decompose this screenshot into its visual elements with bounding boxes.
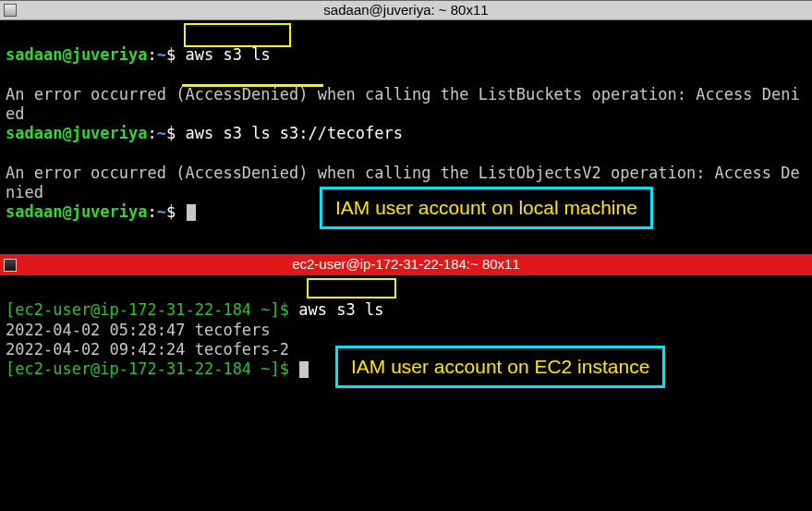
window-icon [4,259,17,272]
top-error-2: An error occurred (AccessDenied) when ca… [6,164,800,201]
prompt-colon: : [148,202,157,221]
cursor [187,204,196,221]
prompt-colon: : [148,124,157,142]
prompt-userhost: sadaan@juveriya [6,124,148,142]
prompt-path: ~ [157,202,166,221]
top-cmd-1: aws s3 ls [176,45,270,64]
ec2-prompt: [ec2-user@ip-172-31-22-184 ~]$ [6,300,289,319]
prompt-userhost: sadaan@juveriya [6,202,148,221]
top-cmd-2: aws s3 ls s3://tecofers [176,124,403,142]
top-error-1: An error occurred (AccessDenied) when ca… [6,85,800,123]
prompt-userhost: sadaan@juveriya [6,45,148,64]
top-terminal-titlebar[interactable]: sadaan@juveriya: ~ 80x11 [0,0,812,20]
bottom-terminal-title: ec2-user@ip-172-31-22-184:~ 80x11 [292,256,520,274]
bucket-row-2: 2022-04-02 09:42:24 tecofers-2 [6,340,289,359]
prompt-colon: : [148,45,157,64]
bucket-row-1: 2022-04-02 05:28:47 tecofers [6,321,271,339]
prompt-dollar: $ [166,124,176,142]
bottom-cmd-1: aws s3 ls [289,300,383,319]
bottom-terminal-titlebar[interactable]: ec2-user@ip-172-31-22-184:~ 80x11 [0,254,812,275]
highlight-box-cmd [184,23,291,47]
top-terminal[interactable]: sadaan@juveriya:~$ aws s3 ls An error oc… [0,20,812,254]
callout-local: IAM user account on local machine [320,187,653,229]
callout-local-text: IAM user account on local machine [335,197,637,218]
callout-ec2-text: IAM user account on EC2 instance [351,356,649,377]
prompt-path: ~ [157,45,166,64]
prompt-path: ~ [157,124,166,142]
ec2-prompt: [ec2-user@ip-172-31-22-184 ~]$ [6,359,289,378]
prompt-dollar: $ [166,45,176,64]
top-terminal-title: sadaan@juveriya: ~ 80x11 [323,2,488,19]
highlight-box-cmd [307,278,396,298]
cursor [299,361,309,378]
callout-ec2: IAM user account on EC2 instance [335,346,665,388]
window-icon [4,4,17,17]
bottom-terminal[interactable]: [ec2-user@ip-172-31-22-184 ~]$ aws s3 ls… [0,275,812,509]
prompt-dollar: $ [166,202,176,221]
